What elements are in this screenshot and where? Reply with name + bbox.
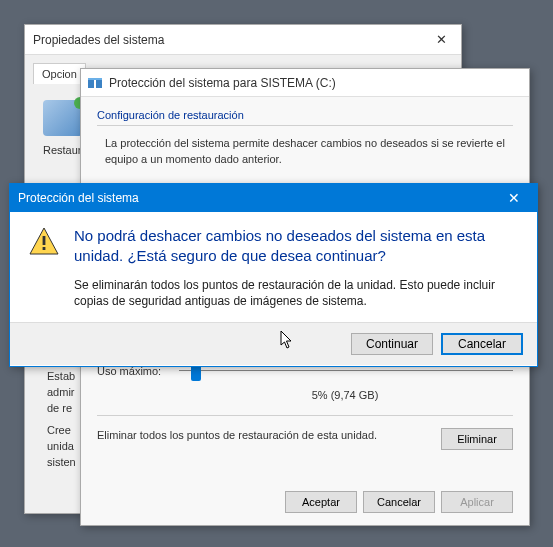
text-fragment: unida (47, 439, 76, 455)
text-fragment: sisten (47, 455, 76, 471)
titlebar[interactable]: Propiedades del sistema ✕ (25, 25, 461, 55)
restore-point-icon (87, 75, 103, 91)
titlebar[interactable]: Protección del sistema ✕ (10, 184, 537, 212)
svg-rect-2 (88, 78, 102, 80)
window-title: Propiedades del sistema (33, 33, 429, 47)
usage-value: 5% (9,74 GB) (177, 389, 513, 401)
dialog-text: Se eliminarán todos los puntos de restau… (74, 277, 519, 311)
titlebar[interactable]: Protección del sistema para SISTEMA (C:) (81, 69, 529, 97)
dialog-body: No podrá deshacer cambios no deseados de… (10, 212, 537, 322)
svg-rect-5 (43, 247, 46, 250)
text-fragment: Estab (47, 369, 76, 385)
delete-row: Eliminar todos los puntos de restauració… (97, 415, 513, 450)
monitor-icon (43, 100, 83, 136)
delete-button[interactable]: Eliminar (441, 428, 513, 450)
dialog-footer: Aceptar Cancelar Aplicar (285, 491, 513, 513)
close-icon[interactable]: ✕ (499, 190, 529, 206)
dialog-heading: No podrá deshacer cambios no deseados de… (74, 226, 519, 267)
close-icon[interactable]: ✕ (429, 32, 453, 47)
section-description: La protección del sistema permite deshac… (97, 136, 513, 168)
slider-track (179, 370, 513, 371)
delete-description: Eliminar todos los puntos de restauració… (97, 428, 431, 443)
window-title: Protección del sistema para SISTEMA (C:) (109, 76, 523, 90)
dialog-footer: Continuar Cancelar (10, 322, 537, 365)
confirmation-dialog: Protección del sistema ✕ No podrá deshac… (9, 183, 538, 367)
ok-button[interactable]: Aceptar (285, 491, 357, 513)
text-fragment: Cree (47, 423, 76, 439)
warning-icon (28, 226, 60, 258)
text-fragment: admir (47, 385, 76, 401)
cancel-button[interactable]: Cancelar (441, 333, 523, 355)
svg-rect-4 (43, 236, 46, 245)
apply-button[interactable]: Aplicar (441, 491, 513, 513)
dialog-content: No podrá deshacer cambios no deseados de… (74, 226, 519, 310)
tab-options[interactable]: Opcion (33, 63, 86, 84)
disk-usage-section: Estab admir de re Cree unida sisten Uso … (97, 361, 513, 450)
cancel-button[interactable]: Cancelar (363, 491, 435, 513)
window-body: Configuración de restauración La protecc… (81, 97, 529, 190)
divider (97, 125, 513, 126)
continue-button[interactable]: Continuar (351, 333, 433, 355)
text-fragment: de re (47, 401, 76, 417)
dialog-title: Protección del sistema (18, 191, 499, 205)
section-heading: Configuración de restauración (97, 109, 513, 121)
